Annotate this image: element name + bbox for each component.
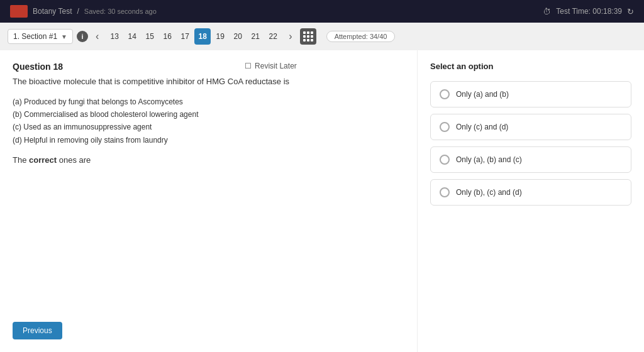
page-17-button[interactable]: 17 (177, 28, 193, 45)
revisit-later-button[interactable]: ☐ Revisit Later (245, 62, 297, 70)
right-panel: Select an option Only (a) and (b) Only (… (418, 50, 644, 352)
top-bar-right: ⏱ Test Time: 00:18:39 ↻ (543, 7, 634, 16)
page-20-button[interactable]: 20 (230, 28, 246, 45)
app-logo (10, 5, 28, 18)
previous-button[interactable]: Previous (13, 322, 62, 339)
radio-circle-1 (440, 89, 450, 99)
radio-circle-3 (440, 155, 450, 165)
saved-text: Saved: 30 seconds ago (84, 8, 157, 15)
grid-dots-icon (303, 31, 313, 41)
radio-circle-4 (440, 187, 450, 197)
answer-option-4-label: Only (b), (c) and (d) (456, 188, 522, 197)
page-13-button[interactable]: 13 (106, 28, 123, 45)
page-15-button[interactable]: 15 (142, 28, 158, 45)
prev-arrow-button[interactable]: ‹ (92, 30, 103, 43)
section-select[interactable]: 1. Section #1 ▼ (8, 29, 73, 44)
question-number: Question 18 (13, 62, 404, 72)
info-icon[interactable]: i (77, 31, 88, 42)
grid-view-button[interactable] (300, 28, 316, 45)
revisit-label: Revisit Later (255, 62, 297, 70)
main-content: Question 18 ☐ Revisit Later The bioactiv… (0, 50, 644, 352)
separator: / (77, 7, 79, 16)
correct-text: The correct ones are (13, 155, 404, 165)
nav-left-section: 1. Section #1 ▼ i (8, 29, 88, 44)
nav-bar: 1. Section #1 ▼ i ‹ 13 14 15 16 17 18 19… (0, 23, 644, 50)
option-c: (c) Used as an immunosuppressive agent (13, 121, 404, 133)
answer-option-4[interactable]: Only (b), (c) and (d) (430, 179, 631, 206)
answer-option-2-label: Only (c) and (d) (456, 123, 508, 131)
option-a: (a) Produced by fungi that belongs to As… (13, 96, 404, 108)
next-arrow-button[interactable]: › (285, 30, 296, 43)
attempted-badge: Attempted: 34/40 (326, 31, 396, 42)
left-panel: Question 18 ☐ Revisit Later The bioactiv… (0, 50, 418, 352)
page-16-button[interactable]: 16 (159, 28, 175, 45)
answer-option-1[interactable]: Only (a) and (b) (430, 81, 631, 107)
answer-option-3-label: Only (a), (b) and (c) (456, 155, 522, 164)
test-title: Botany Test (33, 7, 72, 16)
page-14-button[interactable]: 14 (124, 28, 140, 45)
answer-option-2[interactable]: Only (c) and (d) (430, 114, 631, 140)
options-list: (a) Produced by fungi that belongs to As… (13, 96, 404, 147)
select-option-label: Select an option (430, 62, 631, 71)
bookmark-icon: ☐ (245, 62, 252, 70)
top-bar: Botany Test / Saved: 30 seconds ago ⏱ Te… (0, 0, 644, 23)
page-numbers: 13 14 15 16 17 18 19 20 21 22 (106, 28, 281, 45)
section-label: 1. Section #1 (13, 32, 57, 41)
option-d: (d) Helpful in removing oily stains from… (13, 134, 404, 146)
timer-icon: ⏱ (543, 7, 551, 16)
page-22-button[interactable]: 22 (265, 28, 281, 45)
timer-label: Test Time: 00:18:39 (556, 7, 622, 16)
question-text: The bioactive molecule that is competiti… (13, 75, 404, 88)
page-18-button[interactable]: 18 (194, 28, 211, 45)
page-21-button[interactable]: 21 (247, 28, 264, 45)
answer-option-1-label: Only (a) and (b) (456, 90, 509, 99)
refresh-icon[interactable]: ↻ (627, 7, 634, 16)
option-b: (b) Commercialised as blood cholesterol … (13, 108, 404, 121)
radio-circle-2 (440, 122, 450, 132)
top-bar-left: Botany Test / Saved: 30 seconds ago (10, 5, 157, 18)
chevron-down-icon: ▼ (61, 33, 67, 40)
page-19-button[interactable]: 19 (212, 28, 228, 45)
answer-option-3[interactable]: Only (a), (b) and (c) (430, 146, 631, 173)
